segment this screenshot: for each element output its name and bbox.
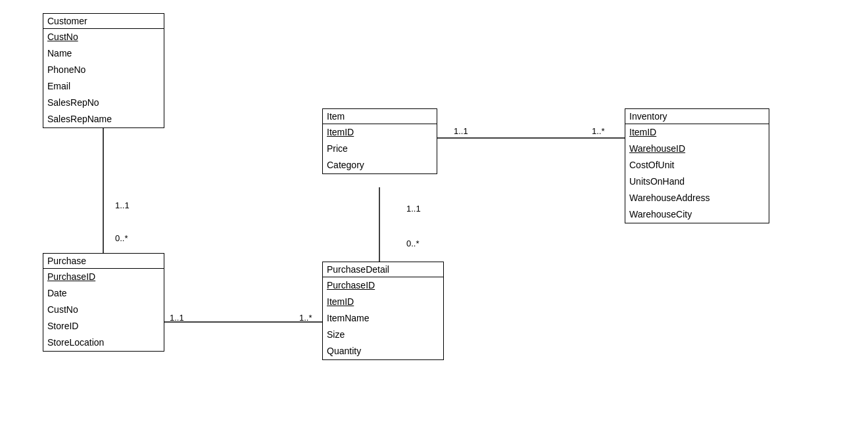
purchasedetail-field-quantity: Quantity (323, 343, 443, 359)
purchasedetail-entity: PurchaseDetail PurchaseID ItemID ItemNam… (322, 262, 444, 360)
card-item-pd-0star: 0..* (406, 239, 420, 248)
customer-entity: Customer CustNo Name PhoneNo Email Sales… (43, 13, 164, 128)
item-entity: Item ItemID Price Category (322, 108, 437, 174)
card-purchase-pd-11: 1..1 (170, 313, 184, 323)
inventory-field-unitsonhand: UnitsOnHand (625, 173, 769, 190)
purchasedetail-field-size: Size (323, 327, 443, 343)
purchasedetail-field-itemname: ItemName (323, 310, 443, 327)
customer-field-email: Email (43, 78, 164, 95)
purchase-field-storeid: StoreID (43, 318, 164, 334)
purchase-field-storelocation: StoreLocation (43, 334, 164, 351)
item-field-category: Category (323, 157, 437, 173)
customer-field-phoneno: PhoneNo (43, 62, 164, 78)
customer-field-name: Name (43, 45, 164, 62)
purchase-title: Purchase (43, 254, 164, 269)
inventory-entity: Inventory ItemID WarehouseID CostOfUnit … (625, 108, 769, 223)
purchase-field-purchaseid: PurchaseID (43, 269, 164, 285)
inventory-field-warehousecity: WarehouseCity (625, 206, 769, 223)
customer-field-salesrepno: SalesRepNo (43, 95, 164, 111)
inventory-title: Inventory (625, 109, 769, 124)
card-customer-purchase-0star: 0..* (115, 233, 128, 243)
item-field-itemid: ItemID (323, 124, 437, 141)
card-customer-purchase-11: 1..1 (115, 200, 130, 210)
purchase-field-custno: CustNo (43, 302, 164, 318)
purchasedetail-title: PurchaseDetail (323, 262, 443, 277)
card-item-inv-11: 1..1 (454, 126, 468, 136)
customer-field-custno: CustNo (43, 29, 164, 45)
card-purchase-pd-1star: 1..* (299, 313, 312, 323)
purchasedetail-field-itemid: ItemID (323, 294, 443, 310)
item-title: Item (323, 109, 437, 124)
inventory-field-itemid: ItemID (625, 124, 769, 141)
inventory-field-warehouseid: WarehouseID (625, 141, 769, 157)
erd-diagram: Customer CustNo Name PhoneNo Email Sales… (0, 0, 868, 437)
purchase-entity: Purchase PurchaseID Date CustNo StoreID … (43, 253, 164, 352)
purchasedetail-field-purchaseid: PurchaseID (323, 277, 443, 294)
inventory-field-costofunit: CostOfUnit (625, 157, 769, 173)
purchase-field-date: Date (43, 285, 164, 302)
card-item-inv-1star: 1..* (592, 126, 605, 136)
customer-title: Customer (43, 14, 164, 29)
card-item-pd-11: 1..1 (406, 204, 421, 214)
customer-field-salesrepname: SalesRepName (43, 111, 164, 127)
inventory-field-warehouseaddress: WarehouseAddress (625, 190, 769, 206)
item-field-price: Price (323, 141, 437, 157)
